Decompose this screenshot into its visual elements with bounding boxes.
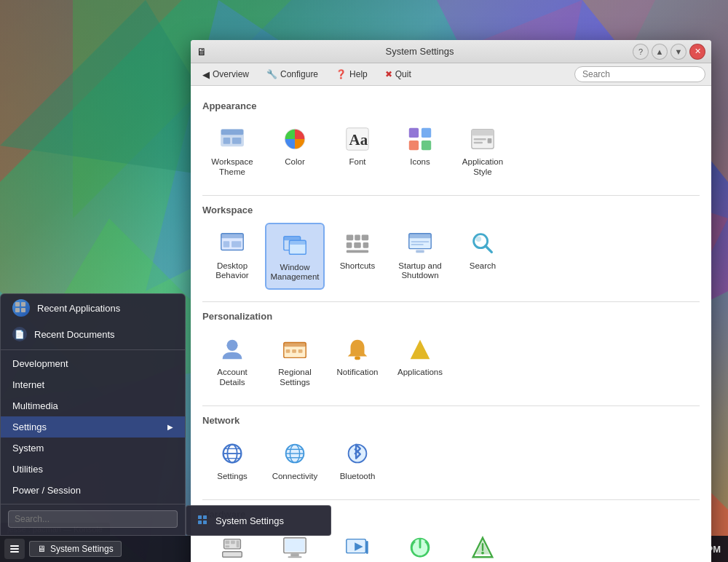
titlebar-buttons: ? ▲ ▼ ✕ (633, 44, 705, 60)
window-management-icon (280, 230, 309, 259)
minimize-button[interactable]: ▲ (652, 44, 668, 60)
personalization-grid: Account Details Regional Settings (202, 329, 700, 394)
font-item[interactable]: Aa Font (328, 119, 387, 183)
settings-label: Settings (12, 422, 47, 432)
system-item[interactable]: System (1, 438, 185, 459)
connectivity-item[interactable]: Connectivity (265, 433, 325, 488)
connectivity-icon (280, 439, 309, 468)
svg-rect-26 (472, 130, 494, 136)
recent-docs-icon: 📄 (12, 327, 27, 341)
applications-item[interactable]: Applications (390, 329, 450, 394)
account-details-item[interactable]: Account Details (202, 329, 262, 394)
menu-divider-1 (1, 349, 185, 350)
taskbar-left: 🖥 System Settings (0, 539, 122, 559)
search-label: Search (470, 261, 496, 272)
network-settings-icon (218, 439, 247, 468)
settings-submenu-arrow: ▶ (167, 423, 173, 431)
window-content: Appearance Workspace Theme (191, 86, 711, 562)
shortcuts-icon (343, 229, 372, 258)
recent-apps-label: Recent Applications (37, 303, 120, 314)
svg-rect-100 (10, 548, 19, 550)
maximize-button[interactable]: ▼ (670, 44, 687, 60)
search-item[interactable]: Search (453, 223, 513, 290)
network-settings-item[interactable]: Settings (202, 433, 262, 488)
configure-button[interactable]: 🔧 Configure (261, 67, 324, 82)
svg-rect-23 (409, 140, 419, 150)
regional-settings-item[interactable]: Regional Settings (265, 329, 325, 394)
multimedia-label: Multimedia (12, 400, 58, 411)
titlebar: 🖥 System Settings ? ▲ ▼ ✕ (191, 40, 711, 63)
back-icon: ◀ (202, 69, 210, 80)
svg-rect-39 (355, 234, 360, 240)
bluetooth-icon (343, 439, 372, 468)
internet-item[interactable]: Internet (1, 374, 185, 395)
system-label: System (12, 443, 44, 454)
development-item[interactable]: Development (1, 353, 185, 374)
workspace-theme-item[interactable]: Workspace Theme (202, 119, 262, 183)
icons-item[interactable]: Icons (390, 119, 450, 183)
titlebar-app-icon: 🖥 (197, 46, 207, 58)
help-icon: ❓ (336, 69, 347, 79)
bluetooth-label: Bluetooth (340, 472, 376, 482)
device-actions-item[interactable]: Device Actions (453, 527, 513, 562)
svg-rect-57 (292, 349, 296, 353)
multimedia-item[interactable]: Multimedia (1, 395, 185, 416)
svg-rect-49 (416, 250, 424, 253)
workspace-grid: Desktop Behavior Window Management (202, 223, 700, 290)
search-icon (468, 229, 497, 258)
help-toolbar-button[interactable]: ❓ Help (330, 67, 373, 82)
workspace-theme-label: Workspace Theme (205, 157, 259, 178)
close-button[interactable]: ✕ (689, 44, 705, 60)
workspace-section-header: Workspace (202, 205, 700, 215)
app-menu-button[interactable] (4, 539, 25, 559)
input-devices-icon (218, 533, 247, 562)
startup-shutdown-icon (405, 229, 435, 258)
system-settings-submenu-item[interactable]: System Settings (186, 509, 331, 532)
svg-rect-80 (290, 553, 298, 556)
utilities-item[interactable]: Utilities (1, 459, 185, 480)
svg-rect-56 (286, 349, 290, 353)
taskbar-window-system-settings[interactable]: 🖥 System Settings (29, 541, 122, 557)
color-item[interactable]: Color (265, 119, 325, 183)
svg-rect-22 (422, 128, 431, 138)
svg-rect-99 (10, 545, 19, 547)
system-settings-submenu-label: System Settings (215, 515, 284, 526)
recent-docs-item[interactable]: 📄 Recent Documents (1, 322, 185, 347)
notification-icon (343, 335, 372, 364)
back-overview-button[interactable]: ◀ Overview (197, 67, 255, 82)
start-menu-search[interactable] (8, 510, 178, 528)
startup-shutdown-item[interactable]: Startup and Shutdown (390, 223, 450, 290)
svg-rect-32 (223, 241, 230, 248)
bluetooth-item[interactable]: Bluetooth (328, 433, 387, 488)
shortcuts-item[interactable]: Shortcuts (328, 223, 387, 290)
power-management-item[interactable]: Power Management (390, 527, 450, 562)
application-style-item[interactable]: Application Style (453, 119, 513, 183)
notification-item[interactable]: Notification (328, 329, 387, 394)
svg-rect-93 (15, 308, 20, 312)
applications-icon (405, 335, 435, 364)
svg-rect-16 (223, 138, 231, 144)
font-label: Font (349, 157, 365, 167)
appearance-divider (202, 195, 700, 196)
settings-item[interactable]: Settings ▶ (1, 416, 185, 438)
desktop-behavior-item[interactable]: Desktop Behavior (202, 223, 262, 290)
search-input[interactable] (574, 66, 705, 82)
svg-rect-43 (363, 242, 369, 248)
svg-marker-60 (411, 340, 430, 360)
startup-shutdown-label: Startup and Shutdown (393, 261, 447, 282)
power-session-item[interactable]: Power / Session (1, 480, 185, 501)
svg-rect-75 (226, 545, 230, 547)
help-button[interactable]: ? (633, 44, 649, 60)
multimedia-hw-item[interactable]: Multimedia (328, 527, 387, 562)
svg-rect-42 (354, 242, 361, 248)
svg-rect-73 (226, 540, 230, 544)
svg-rect-76 (237, 540, 240, 547)
quit-button[interactable]: ✖ Quit (379, 67, 417, 82)
recent-apps-item[interactable]: Recent Applications (1, 294, 185, 322)
system-settings-submenu-icon (197, 514, 210, 527)
window-toolbar: ◀ Overview 🔧 Configure ❓ Help ✖ Quit (191, 63, 711, 86)
development-label: Development (12, 358, 68, 369)
window-management-item[interactable]: Window Management (265, 223, 325, 290)
workspace-divider (202, 301, 700, 302)
svg-rect-59 (355, 357, 360, 360)
